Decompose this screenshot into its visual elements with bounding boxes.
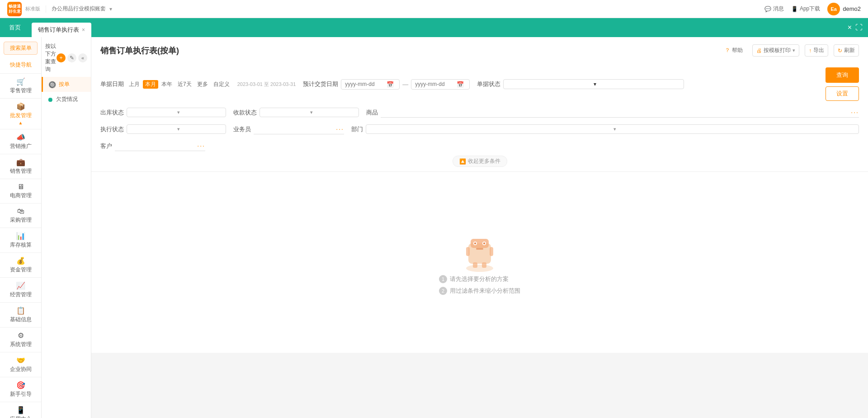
status-select[interactable]: ▾ bbox=[503, 79, 684, 89]
sidebar-enterprise-section: 🤝 企业协同 bbox=[0, 352, 41, 377]
sidebar-item-marketing[interactable]: 📣 营销推广 bbox=[0, 129, 41, 154]
tab-close-icon[interactable]: × bbox=[82, 27, 85, 33]
app-download-button[interactable]: 📱 App下载 bbox=[791, 5, 820, 13]
filter-status-item: 单据状态 ▾ bbox=[477, 79, 813, 89]
help-icon: ？ bbox=[725, 47, 730, 54]
maximize-window-icon[interactable]: ⛶ bbox=[855, 24, 863, 32]
svg-rect-7 bbox=[476, 248, 483, 250]
refresh-button[interactable]: ↻ 刷新 bbox=[834, 44, 859, 57]
print-button[interactable]: 🖨 按模板打印 ▾ bbox=[752, 44, 799, 57]
expected-date-end-field[interactable] bbox=[415, 81, 455, 87]
page-title: 销售订单执行表(按单) bbox=[100, 45, 179, 56]
sidebar-item-enterprise[interactable]: 🤝 企业协同 bbox=[0, 352, 41, 377]
exec-select[interactable]: ▾ bbox=[127, 124, 226, 134]
dept-select[interactable]: ▾ bbox=[366, 124, 859, 134]
tabbar-right: × ⛶ bbox=[848, 24, 868, 32]
export-icon: ↑ bbox=[809, 48, 811, 54]
filter-salesman-item: 业务员 ··· bbox=[233, 124, 344, 134]
avatar: Ea bbox=[827, 3, 840, 15]
left-panel-header: 按以下方案查询 + ✎ « bbox=[42, 41, 91, 77]
calendar-start-icon: 📅 bbox=[387, 81, 394, 88]
filter-row-4: 客户 ··· bbox=[100, 141, 859, 151]
filter-dept-item: 部门 ▾ bbox=[351, 124, 859, 134]
add-scheme-button[interactable]: + bbox=[57, 53, 66, 62]
sidebar-item-inventory[interactable]: 📊 库存核算 bbox=[0, 228, 41, 252]
svg-point-5 bbox=[474, 242, 476, 244]
left-panel-item-anpre[interactable]: 🔘 按单 bbox=[42, 77, 91, 92]
system-icon: ⚙ bbox=[18, 331, 24, 340]
date-dash: — bbox=[402, 81, 408, 88]
settings-button[interactable]: 设置 bbox=[826, 86, 859, 101]
user-profile[interactable]: Ea demo2 bbox=[827, 3, 861, 15]
tab-sales-order[interactable]: 销售订单执行表 × bbox=[32, 23, 91, 37]
collection-select[interactable]: ▾ bbox=[259, 108, 359, 117]
collapse-panel-button[interactable]: « bbox=[78, 53, 87, 62]
sidebar-guide-section: 🎯 新手引导 bbox=[0, 377, 41, 402]
salesman-input-area[interactable]: ··· bbox=[254, 124, 344, 134]
expected-date-label: 预计交货日期 bbox=[303, 80, 338, 88]
calendar-end-icon: 📅 bbox=[457, 81, 464, 88]
sidebar-item-appstore[interactable]: 📱 应用中心 bbox=[0, 402, 41, 418]
topbar: 畅捷通好生意 标准版 办公用品行业模拟账套 ▾ 💬 消息 📱 App下载 Ea … bbox=[0, 0, 868, 18]
ecommerce-icon: 🖥 bbox=[17, 183, 24, 191]
expected-date-end-input[interactable]: 📅 bbox=[411, 79, 470, 90]
quicknav-label[interactable]: 快捷导航 bbox=[0, 59, 41, 71]
exec-chevron-icon: ▾ bbox=[177, 126, 222, 132]
sidebar-item-finance[interactable]: 💰 资金管理 bbox=[0, 253, 41, 277]
sidebar-item-basic[interactable]: 📋 基础信息 bbox=[0, 303, 41, 327]
sidebar-item-operation[interactable]: 📈 经营管理 bbox=[0, 278, 41, 302]
goods-input-area[interactable]: ··· bbox=[381, 107, 859, 118]
refresh-icon: ↻ bbox=[838, 48, 842, 54]
close-window-icon[interactable]: × bbox=[848, 24, 852, 32]
svg-rect-10 bbox=[473, 262, 477, 268]
sidebar-search-section: 搜索菜单 bbox=[0, 37, 41, 57]
sidebar-item-guide[interactable]: 🎯 新手引导 bbox=[0, 377, 41, 402]
search-menu-button[interactable]: 搜索菜单 bbox=[4, 42, 38, 55]
logo: 畅捷通好生意 bbox=[7, 2, 22, 16]
warehouse-select[interactable]: ▾ bbox=[127, 108, 226, 117]
salesman-dots-icon[interactable]: ··· bbox=[336, 125, 344, 133]
collapse-button[interactable]: 🔼 收起更多条件 bbox=[453, 156, 507, 167]
appstore-icon: 📱 bbox=[16, 406, 25, 414]
left-panel-item-debt[interactable]: ⏺ 欠货情况 bbox=[42, 92, 91, 107]
date-tab-curyear[interactable]: 本年 bbox=[159, 80, 175, 89]
sidebar-item-wholesale[interactable]: 📦 批发管理 ▲ bbox=[0, 99, 41, 129]
tab-home[interactable]: 首页 bbox=[0, 18, 30, 37]
debt-icon: ⏺ bbox=[47, 96, 53, 103]
customer-input-area[interactable]: ··· bbox=[115, 141, 205, 151]
help-button[interactable]: ？ 帮助 bbox=[721, 44, 747, 57]
svg-point-6 bbox=[483, 242, 485, 244]
filter-row-2: 出库状态 ▾ 收款状态 ▾ bbox=[100, 107, 859, 118]
sidebar-item-retail[interactable]: 🛒 零售管理 bbox=[0, 74, 41, 98]
expected-date-start-field[interactable] bbox=[345, 81, 385, 87]
date-tab-more[interactable]: 更多 bbox=[195, 80, 210, 89]
date-tab-lastmonth[interactable]: 上月 bbox=[127, 80, 142, 89]
sidebar-item-sales[interactable]: 💼 销售管理 bbox=[0, 154, 41, 179]
sidebar: 搜索菜单 快捷导航 🛒 零售管理 📦 批发管理 ▲ 📣 营销推广 bbox=[0, 37, 42, 418]
warehouse-label: 出库状态 bbox=[100, 109, 124, 117]
sidebar-item-system[interactable]: ⚙ 系统管理 bbox=[0, 328, 41, 352]
svg-rect-9 bbox=[490, 247, 493, 256]
export-button[interactable]: ↑ 导出 bbox=[805, 44, 828, 57]
date-range-text: 2023-03-01 至 2023-03-31 bbox=[237, 81, 296, 88]
status-chevron-icon: ▾ bbox=[594, 81, 680, 87]
date-label: 单据日期 bbox=[100, 80, 124, 88]
tip-1-number: 1 bbox=[439, 275, 447, 283]
sidebar-inventory-section: 📊 库存核算 bbox=[0, 228, 41, 253]
edit-scheme-button[interactable]: ✎ bbox=[67, 53, 76, 62]
breadcrumb-arrow-icon[interactable]: ▾ bbox=[109, 6, 112, 12]
sidebar-item-purchase[interactable]: 🛍 采购管理 bbox=[0, 204, 41, 228]
query-button[interactable]: 查询 bbox=[826, 67, 859, 83]
sales-icon: 💼 bbox=[16, 158, 25, 166]
expected-date-start-input[interactable]: 📅 bbox=[341, 79, 400, 90]
date-tab-7days[interactable]: 近7天 bbox=[175, 80, 194, 89]
sidebar-item-ecommerce[interactable]: 🖥 电商管理 bbox=[0, 179, 41, 203]
message-button[interactable]: 💬 消息 bbox=[764, 5, 784, 13]
svg-point-0 bbox=[466, 265, 493, 272]
salesman-label: 业务员 bbox=[233, 125, 251, 133]
date-tab-custom[interactable]: 自定义 bbox=[211, 80, 232, 89]
goods-dots-icon[interactable]: ··· bbox=[851, 109, 859, 116]
customer-dots-icon[interactable]: ··· bbox=[197, 142, 205, 149]
svg-rect-11 bbox=[482, 262, 486, 268]
date-tab-curmonth[interactable]: 本月 bbox=[143, 80, 158, 89]
